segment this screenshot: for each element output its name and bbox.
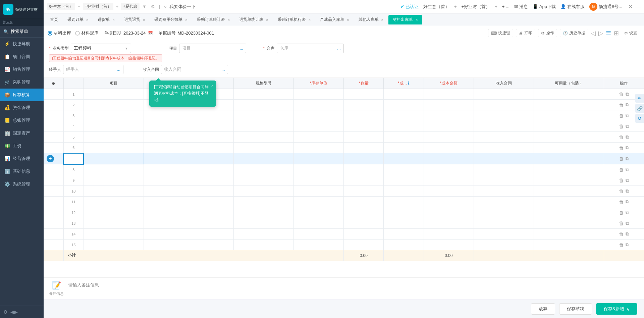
tab-purchase-exec[interactable]: 采购订单执行表 × — [273, 15, 315, 24]
td-cp-10[interactable] — [384, 186, 424, 197]
topbar-tag-more[interactable]: + ... — [502, 4, 509, 9]
copy-icon-add[interactable]: ⧉ — [626, 156, 629, 162]
td-m-15[interactable] — [144, 240, 233, 250]
topbar-user[interactable]: 畅 畅捷通8号... — [589, 3, 622, 11]
view-mode-list-icon[interactable]: ☰ — [606, 30, 611, 37]
sidebar-item-sales[interactable]: 📈 销售管理 — [0, 63, 44, 76]
business-type-input[interactable]: 工程领料 ▼ — [71, 44, 131, 53]
tab-close-purchase-fee[interactable]: × — [185, 18, 187, 22]
td-cp-13[interactable] — [384, 218, 424, 229]
td-sp-10[interactable] — [233, 186, 293, 197]
delete-icon-3[interactable]: 🗑 — [619, 113, 624, 118]
delete-icon-1[interactable]: 🗑 — [619, 92, 624, 97]
td-ic-11[interactable] — [474, 197, 534, 207]
income-contract-more-icon[interactable]: … — [221, 67, 225, 71]
td-cost-amount-2[interactable] — [424, 100, 474, 110]
td-sp-14[interactable] — [233, 229, 293, 240]
td-spec-3[interactable] — [233, 110, 293, 121]
td-available-5[interactable] — [534, 132, 604, 143]
td-sp-11[interactable] — [233, 197, 293, 207]
project-more-icon[interactable]: … — [239, 46, 243, 50]
sidebar-item-quicknav[interactable]: ⚡ 快捷导航 — [0, 38, 44, 50]
td-ca-11[interactable] — [424, 197, 474, 207]
td-spec-1[interactable] — [233, 89, 293, 100]
td-project-1[interactable] — [84, 89, 144, 100]
td-m-12[interactable] — [144, 207, 233, 218]
td-q-8[interactable] — [344, 164, 384, 175]
copy-icon-10[interactable]: ⧉ — [626, 188, 629, 194]
td-ca-9[interactable] — [424, 175, 474, 186]
tab-home[interactable]: 首页 — [46, 15, 62, 24]
copy-icon-9[interactable]: ⧉ — [626, 177, 629, 183]
td-active-10[interactable] — [534, 153, 604, 164]
td-project-2[interactable] — [84, 100, 144, 110]
form-settings-btn[interactable]: ⚙ 设置 — [622, 29, 640, 37]
tab-other-inbound[interactable]: 其他入库单 × — [354, 15, 388, 24]
window-close-icon[interactable]: ✕ — [628, 3, 633, 10]
td-project-4[interactable] — [84, 121, 144, 132]
print-btn[interactable]: 🖨 打印 — [516, 29, 535, 37]
td-ic-14[interactable] — [474, 229, 534, 240]
td-cp-9[interactable] — [384, 175, 424, 186]
delete-icon-15[interactable]: 🗑 — [619, 242, 624, 248]
tab-purchase-order[interactable]: 采购订单 × — [63, 15, 93, 24]
delete-icon-4[interactable]: 🗑 — [619, 124, 624, 129]
handler-input[interactable]: 经手人 … — [63, 65, 123, 74]
td-project-5[interactable] — [84, 132, 144, 143]
td-av-12[interactable] — [534, 207, 604, 218]
settings-gear-icon[interactable]: ⚙ — [3, 309, 8, 315]
side-icon-refresh[interactable]: ↺ — [635, 114, 644, 123]
td-av-9[interactable] — [534, 175, 604, 186]
copy-icon-3[interactable]: ⧉ — [626, 113, 629, 118]
copy-icon-8[interactable]: ⧉ — [626, 167, 629, 172]
tab-goods-stats[interactable]: 进货单统计表 × — [235, 15, 272, 24]
td-unit-2[interactable] — [293, 100, 343, 110]
td-active-8[interactable] — [424, 153, 474, 164]
td-p-14[interactable] — [84, 229, 144, 240]
td-p-15[interactable] — [84, 240, 144, 250]
delete-icon-add[interactable]: 🗑 — [619, 156, 624, 161]
td-cost-price-1[interactable] — [384, 89, 424, 100]
td-av-15[interactable] — [534, 240, 604, 250]
td-sp-15[interactable] — [233, 240, 293, 250]
td-material-4[interactable] — [144, 121, 233, 132]
td-quantity-6[interactable] — [344, 143, 384, 153]
discard-button[interactable]: 放弃 — [531, 303, 555, 315]
delete-icon-8[interactable]: 🗑 — [619, 167, 624, 172]
delete-icon-9[interactable]: 🗑 — [619, 178, 624, 183]
side-icon-link[interactable]: 🔗 — [635, 104, 644, 113]
topbar-app-download[interactable]: 📱 App下载 — [533, 4, 556, 10]
td-cp-12[interactable] — [384, 207, 424, 218]
copy-icon-5[interactable]: ⧉ — [626, 134, 629, 140]
topbar-msg[interactable]: ✉ 消息 — [514, 4, 528, 10]
sidebar-item-inventory[interactable]: 📦 库存核算 — [0, 89, 44, 101]
td-q-9[interactable] — [344, 175, 384, 186]
td-input-cell-1[interactable] — [63, 153, 84, 164]
td-active-6[interactable] — [344, 153, 384, 164]
td-unit-1[interactable] — [293, 89, 343, 100]
td-unit-6[interactable] — [293, 143, 343, 153]
nav-next-icon[interactable]: ▷ — [598, 30, 603, 37]
td-sp-9[interactable] — [233, 175, 293, 186]
row-input-1[interactable] — [64, 155, 83, 163]
td-m-8[interactable] — [144, 164, 233, 175]
income-contract-input[interactable]: 收入合同 … — [161, 65, 228, 74]
delete-icon-2[interactable]: 🗑 — [619, 102, 624, 108]
calendar-icon[interactable]: 📅 — [148, 31, 153, 36]
td-u-12[interactable] — [293, 207, 343, 218]
td-m-10[interactable] — [144, 186, 233, 197]
td-cost-amount-6[interactable] — [424, 143, 474, 153]
warehouse-more-icon[interactable]: … — [337, 46, 341, 50]
td-available-1[interactable] — [534, 89, 604, 100]
td-u-13[interactable] — [293, 218, 343, 229]
td-input-cell-2[interactable] — [84, 153, 144, 164]
remarks-input[interactable] — [67, 281, 639, 289]
td-cost-amount-1[interactable] — [424, 89, 474, 100]
td-q-11[interactable] — [344, 197, 384, 207]
td-cost-price-4[interactable] — [384, 121, 424, 132]
window-min-icon[interactable]: — — [635, 4, 641, 10]
td-spec-2[interactable] — [233, 100, 293, 110]
td-income-contract-6[interactable] — [474, 143, 534, 153]
topbar-tag-1[interactable]: 好生意（首） — [47, 3, 75, 10]
td-unit-4[interactable] — [293, 121, 343, 132]
